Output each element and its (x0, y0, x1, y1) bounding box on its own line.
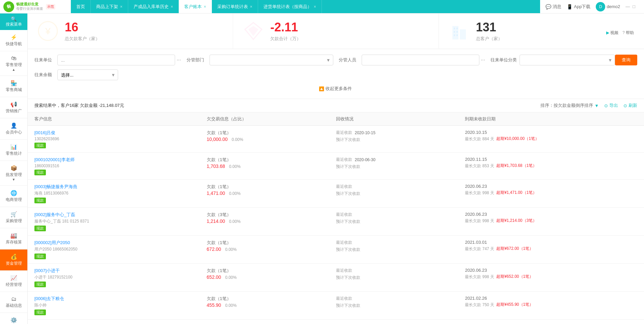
sidebar-item-ecommerce[interactable]: 🌐 电商管理 (0, 186, 27, 207)
debt-pct: 0.00% (232, 137, 243, 142)
sidebar-item-retail-mall[interactable]: 🏪 零售商城 (0, 76, 27, 97)
customer-info-cell: [0001020001]李老师 18600391516 现款 (34, 157, 207, 175)
collection-recent-row: 最近收款 2020-06-30 (336, 157, 465, 163)
tab-close-purchase-order[interactable]: × (250, 4, 252, 9)
top-right: 💬 消息 📱 App下载 D demo2 — □ (540, 2, 641, 11)
overdue-link[interactable]: 超期¥1,703.68（1笔） (496, 163, 537, 169)
customer-name-link[interactable]: [000002]用户2050 (34, 240, 70, 245)
table-row: [000002]用户2050 用户2050 18665062050 现款 欠款（… (28, 236, 644, 264)
app-download-button[interactable]: 📱 App下载 (567, 4, 590, 10)
query-button[interactable]: 查询 (615, 55, 637, 65)
overdue-link[interactable]: 超期¥1,471.00（1笔） (496, 190, 537, 196)
manager-input[interactable] (362, 55, 479, 65)
sidebar-item-purchase[interactable]: 🛒 采购管理 (0, 207, 27, 228)
sort-control[interactable]: 排序：按欠款金额倒序排序 ▼ (540, 102, 599, 109)
customer-phone: 小进干 18279152100 (34, 274, 207, 280)
tab-close-purchase-stats[interactable]: × (314, 4, 316, 9)
overdue-link[interactable]: 超期¥1,214.00（3笔） (496, 218, 537, 224)
stat-total-customers: 131 总客户（家） ▶ 视频 ? 帮助 (439, 13, 644, 49)
promo-tag: 示范 (46, 4, 55, 9)
debt-amount: 652.00 (207, 274, 221, 280)
customer-name-link[interactable]: [0007]小进干 (34, 268, 60, 273)
content-area: ¥ 16 总欠款客户（家） -2.11 欠款合计（万） (28, 13, 644, 324)
overdue-link[interactable]: 超期¥10,000.00（1笔） (496, 136, 539, 142)
debt-amount: 1,214.00 (207, 218, 225, 224)
user-menu[interactable]: D demo2 (596, 2, 620, 11)
tab-purchase-stats[interactable]: 进货单统计表（按商品） × (258, 0, 322, 13)
sidebar-item-base-info[interactable]: 🗂 基础信息 (0, 292, 27, 313)
refresh-button[interactable]: ⊙ 刷新 (623, 102, 637, 109)
sidebar-item-warehouse[interactable]: 🏭 库存核算 (0, 228, 27, 249)
stat-debt-amount-value: -2.11 (270, 20, 428, 34)
overdue-cell: 2020.11.15 最长欠款 853 天 超期¥1,703.68（1笔） (465, 157, 637, 169)
overdue-days: 最长欠款 998 天 (465, 218, 494, 224)
sidebar-item-batch-mgmt[interactable]: 📦 批发管理 ▼ (0, 161, 27, 186)
filter-area: 往来单位 ··· 分管部门 ▼ 分管人员 ··· (28, 49, 644, 98)
last-collect-label: 最近收款 (336, 130, 352, 136)
export-button[interactable]: ⊙ 导出 (604, 102, 618, 109)
view-button[interactable]: ▶ 视频 (606, 30, 618, 36)
message-button[interactable]: 💬 消息 (545, 4, 561, 10)
filter-manager: 分管人员 ··· (339, 55, 485, 65)
debt-amount: 672.00 (207, 246, 221, 252)
sidebar-item-quick-nav[interactable]: ⚡ 快捷导航 (0, 30, 27, 51)
stat-debt-customers-info: 16 总欠款客户（家） (65, 20, 223, 42)
last-collect-date: 2020-06-30 (355, 157, 375, 162)
stats-row: ¥ 16 总欠款客户（家） -2.11 欠款合计（万） (28, 13, 644, 49)
maximize-button[interactable]: □ (633, 4, 635, 9)
debt-pct: 0.00% (229, 164, 241, 169)
dept-select[interactable] (209, 55, 333, 65)
sidebar-item-member-center[interactable]: 👤 会员中心 (0, 118, 27, 140)
sidebar-item-retail-mgmt[interactable]: 🛍 零售管理 ▲ (0, 51, 27, 76)
sidebar-item-retail-stats[interactable]: 📊 零售统计 (0, 140, 27, 161)
customer-name-link[interactable]: [0006]去下粮仓 (34, 296, 64, 301)
sidebar-item-finance[interactable]: 💰 资金管理 (0, 249, 27, 271)
tab-close-customer-ledger[interactable]: × (204, 4, 206, 9)
from-unit-input[interactable] (57, 55, 175, 65)
customer-name-link[interactable]: [0016]吕俊 (34, 130, 55, 135)
sidebar-search[interactable]: 🔍 搜索菜单 (0, 13, 27, 30)
tab-close-product-offsale[interactable]: × (120, 4, 122, 9)
overdue-link[interactable]: 超期¥672.00（1笔） (496, 246, 533, 252)
tab-product-history[interactable]: 产成品入库单历史 × (128, 0, 179, 13)
overdue-info: 最长欠款 998 天 超期¥1,214.00（3笔） (465, 217, 637, 224)
table-row: [0002]服务中心_丁磊 服务中心_丁磊 181 0125 8371 现款 欠… (28, 208, 644, 236)
col-header-debt: 欠交易信息（占比） (207, 116, 336, 122)
help-button[interactable]: ? 帮助 (622, 30, 634, 36)
customer-name-link[interactable]: [0003]畅捷服务尹海燕 (34, 184, 77, 189)
top-nav-tabs: 首页 商品上下架 × 产成品入库单历史 × 客户账本 × 采购订单统计表 × 进… (71, 0, 540, 13)
tab-customer-ledger[interactable]: 客户账本 × (179, 0, 212, 13)
customer-phone: 用户2050 18665062050 (34, 246, 207, 252)
filter-manager-label: 分管人员 (339, 57, 359, 63)
debt-row: 1,214.00 0.00% (207, 218, 336, 224)
table-row: [0003]畅捷服务尹海燕 海燕 18513066976 现款 欠款（1笔） 1… (28, 180, 644, 208)
collapse-button[interactable]: 🔼 收起更多条件 (34, 84, 637, 93)
overdue-link[interactable]: 超期¥455.90（1笔） (496, 302, 533, 307)
next-collect: 预计下次收款 (336, 303, 465, 308)
from-unit-dots[interactable]: ··· (176, 57, 181, 63)
minimize-button[interactable]: — (625, 4, 630, 9)
last-collect-label: 最近收款 (336, 212, 352, 217)
tab-purchase-order[interactable]: 采购订单统计表 × (212, 0, 258, 13)
collection-recent-row: 最近收款 (336, 296, 465, 301)
top-bar: 畅 畅捷通好生意 母婴行业演示账套 示范 首页 商品上下架 × 产成品入库单历史… (0, 0, 644, 13)
stat-debt-amount: -2.11 欠款合计（万） (233, 13, 439, 49)
balance-select[interactable]: 选择... (57, 69, 118, 80)
tab-close-product-history[interactable]: × (171, 4, 173, 9)
unit-category-select[interactable] (520, 55, 615, 65)
manager-dots[interactable]: ··· (481, 57, 485, 63)
stat-debt-customers-value: 16 (65, 20, 223, 34)
sidebar-item-marketing[interactable]: 📢 营销推广 (0, 97, 27, 118)
sidebar-item-operations[interactable]: 📈 经营管理 (0, 271, 27, 292)
customer-name-link[interactable]: [0002]服务中心_丁磊 (34, 212, 75, 217)
tab-home[interactable]: 首页 (71, 0, 91, 13)
table-row: [000001]黄思源 黄思源 13552700226 现款 欠款（1笔） 42… (28, 320, 644, 324)
overdue-cell: 2021.02.26 最长欠款 750 天 超期¥455.90（1笔） (465, 296, 637, 308)
col-header-collection: 回收情况 (336, 116, 465, 122)
last-collect-date: 2020-10-15 (355, 130, 375, 135)
overdue-link[interactable]: 超期¥652.00（1笔） (496, 274, 533, 279)
debt-count: 欠款（1笔） (207, 130, 336, 136)
sidebar-item-system[interactable]: ⚙️ 系统管理 (0, 313, 27, 324)
customer-name-link[interactable]: [0001020001]李老师 (34, 157, 75, 162)
tab-product-offsale[interactable]: 商品上下架 × (91, 0, 128, 13)
